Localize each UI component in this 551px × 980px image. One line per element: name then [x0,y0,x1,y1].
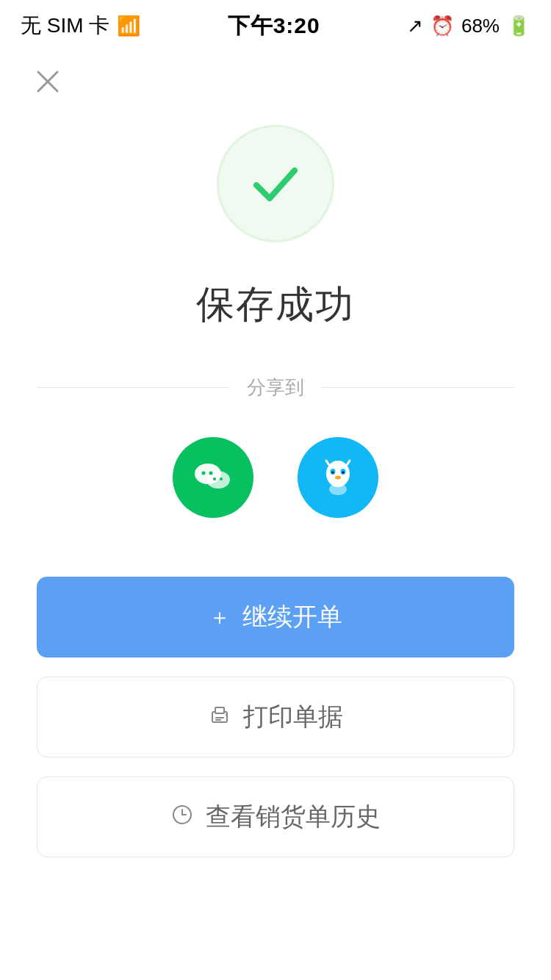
qq-share-button[interactable] [298,437,378,518]
status-bar: 无 SIM 卡 📶 下午3:20 ↗ ⏰ 68% 🔋 [0,0,551,51]
battery-text: 68% [461,15,500,37]
history-icon [170,803,194,832]
share-label: 分享到 [229,375,322,400]
svg-line-15 [347,461,350,465]
status-right: ↗ ⏰ 68% 🔋 [407,15,530,37]
svg-point-12 [342,472,345,474]
continue-order-label: 继续开单 [242,600,342,634]
svg-point-5 [209,472,213,475]
svg-rect-21 [226,714,228,716]
svg-rect-19 [215,717,224,718]
location-icon: ↗ [407,15,423,37]
alarm-icon: ⏰ [431,15,454,37]
svg-rect-18 [215,707,224,713]
print-receipt-label: 打印单据 [243,700,343,734]
print-receipt-button[interactable]: 打印单据 [37,677,514,757]
status-left: 无 SIM 卡 📶 [21,12,140,40]
wifi-icon: 📶 [117,15,140,37]
no-sim-text: 无 SIM 卡 [21,12,109,40]
svg-rect-20 [215,719,221,721]
share-icons-container [173,437,378,518]
wechat-icon [190,455,236,500]
svg-line-14 [326,461,329,465]
status-time: 下午3:20 [228,11,320,41]
svg-point-7 [220,478,223,480]
divider-line-left [37,387,229,388]
close-icon [35,69,60,94]
share-divider: 分享到 [0,375,551,400]
wechat-share-button[interactable] [173,437,253,518]
svg-point-16 [329,483,347,495]
divider-line-right [322,387,514,388]
view-history-button[interactable]: 查看销货单历史 [37,777,514,857]
svg-point-11 [332,472,334,474]
print-icon [208,703,231,732]
close-button[interactable] [29,63,66,100]
battery-icon: 🔋 [507,15,530,37]
plus-icon: ＋ [209,602,231,633]
svg-point-13 [335,476,341,480]
success-icon-circle [217,125,334,242]
svg-point-4 [202,472,206,475]
action-buttons: ＋ 继续开单 打印单据 [0,577,551,857]
main-content: 保存成功 分享到 [0,51,551,857]
checkmark-icon [246,154,305,213]
qq-icon [315,455,361,500]
success-title: 保存成功 [196,279,355,331]
view-history-label: 查看销货单历史 [206,800,381,834]
svg-point-6 [213,478,216,480]
continue-order-button[interactable]: ＋ 继续开单 [37,577,514,657]
